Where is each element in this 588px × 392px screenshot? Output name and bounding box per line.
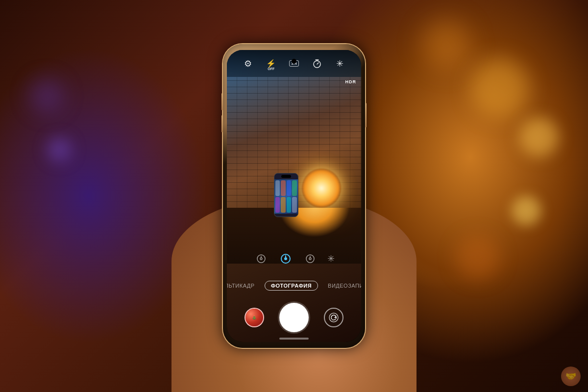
app-icon [287,197,292,213]
shutter-button[interactable] [279,303,309,332]
mode-videozapis[interactable]: ВИДЕОЗАПИСЬ [328,283,361,289]
svg-point-5 [260,258,262,260]
phone: ⚙ ⚡ OFF 3:4 [223,44,365,348]
focus-modes-bar: ✳ [227,251,361,266]
camera-controls: 🎄 [227,303,361,332]
inner-phone-notch [281,175,291,178]
app-icon [287,180,292,196]
filters-icon[interactable]: ✳ [332,56,348,72]
wide-angle-focus[interactable] [254,251,269,266]
app-icon [292,180,297,196]
sparkle-filter[interactable]: ✳ [327,253,335,264]
app-icon [281,180,286,196]
mode-fotografiya-active[interactable]: ФОТОГРАФИЯ [265,281,318,291]
volume-up-button [221,93,223,110]
svg-line-3 [317,63,318,64]
app-icon [292,197,297,213]
front-camera [292,59,296,64]
flash-off-label: OFF [268,67,274,71]
watermark-icon: 🤝 [561,367,581,386]
bokeh-light [47,137,72,162]
home-indicator[interactable] [279,338,309,340]
inner-phone [274,173,298,217]
app-icon [281,197,286,213]
mode-multikadр[interactable]: МУЛЬТИКАДР [227,283,255,289]
bokeh-light [519,118,559,157]
bokeh-light [421,20,470,69]
bokeh-light [512,196,541,225]
volume-down-button [221,115,223,132]
flash-icon[interactable]: ⚡ OFF [263,56,279,72]
light-decoration-ball [302,169,341,208]
app-icon [275,197,280,213]
phone-screen: ⚙ ⚡ OFF 3:4 [227,50,361,342]
phone-body: ⚙ ⚡ OFF 3:4 [223,44,365,348]
bokeh-light [456,235,500,279]
hdr-label: HDR [345,79,357,84]
telephoto-focus[interactable] [303,251,318,266]
camera-scene [227,77,361,264]
timer-icon[interactable] [309,56,325,72]
normal-focus[interactable] [278,251,293,266]
bokeh-light [470,59,529,118]
svg-point-7 [284,257,287,260]
app-icon [275,180,280,196]
inner-phone-screen [274,179,298,214]
bokeh-light [29,78,64,113]
svg-point-10 [329,313,338,322]
camera-mode-selector: МУЛЬТИКАДР ФОТОГРАФИЯ ВИДЕОЗАПИСЬ [227,281,361,291]
svg-point-9 [309,258,311,260]
settings-icon[interactable]: ⚙ [240,56,256,72]
gallery-thumbnail[interactable]: 🎄 [245,308,264,327]
power-button [365,103,367,127]
camera-viewfinder: ⚙ ⚡ OFF 3:4 [227,50,361,342]
watermark: 🤝 [561,367,581,386]
flip-camera-button[interactable] [324,308,343,327]
